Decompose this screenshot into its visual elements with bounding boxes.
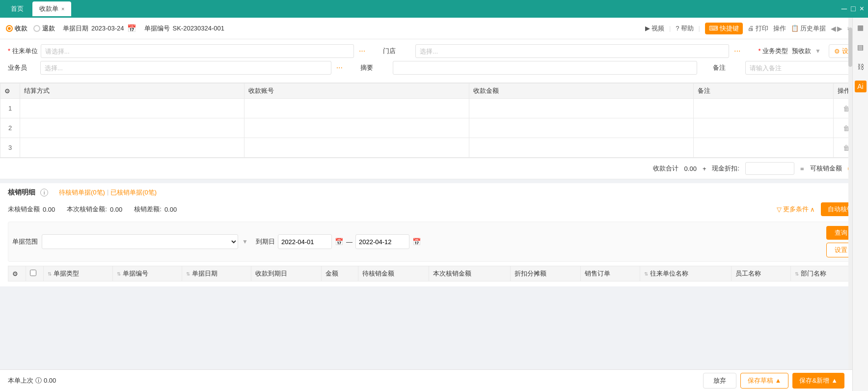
save-draft-arrow-icon: ▲: [775, 377, 782, 384]
settings-gear-icon: ⚙: [834, 48, 840, 55]
bottom-th-pending: 待核销金额: [358, 266, 429, 281]
scroll-track[interactable]: [848, 18, 852, 369]
settle-method-2[interactable]: [20, 118, 244, 138]
sidebar-link-icon[interactable]: ⛓: [855, 61, 867, 73]
account-no-2[interactable]: [244, 118, 469, 138]
account-no-1[interactable]: [244, 99, 469, 118]
th-amount: 收款金额: [469, 84, 693, 99]
remarks-input[interactable]: [745, 61, 860, 75]
minimize-icon[interactable]: ─: [841, 4, 847, 13]
filter-icon: ▽: [777, 206, 782, 213]
reconcile-section: 核销明细 i 待核销单据(0笔) | 已核销单据(0笔) 未核销金额 0.00 …: [0, 183, 868, 286]
salesperson-label: 业务员: [8, 63, 37, 72]
salesperson-more-btn[interactable]: ···: [334, 63, 345, 72]
reconcile-info-icon[interactable]: i: [40, 189, 48, 196]
bottom-info: 本单上次 ⓘ 0.00: [8, 376, 56, 385]
pending-tab[interactable]: 待核销单据(0笔): [59, 188, 105, 197]
nav-next-icon[interactable]: ▶: [837, 25, 842, 32]
tab-close-icon[interactable]: ×: [61, 6, 64, 12]
more-conditions-btn[interactable]: ▽ 更多条件 ∧: [777, 205, 815, 214]
save-new-btn[interactable]: 保存&新增 ▲: [792, 373, 844, 389]
summary-label: 摘要: [360, 63, 390, 72]
bottom-th-counterpart: ⇅ 往来单位名称: [640, 266, 731, 281]
table-row: 1 🗑 ⊞: [0, 99, 868, 118]
select-all-checkbox[interactable]: [30, 270, 36, 276]
nav-prev-icon[interactable]: ◀: [831, 25, 836, 32]
date-to-input[interactable]: [355, 234, 409, 249]
run-info-icon[interactable]: ⓘ: [35, 376, 42, 385]
salesperson-input[interactable]: [40, 61, 331, 75]
bill-no-field: 单据编号 SK-20230324-001: [144, 24, 225, 33]
tab-receipt[interactable]: 收款单 ×: [32, 1, 71, 16]
store-input[interactable]: [415, 44, 729, 58]
bottom-th-sales-order: 销售订单: [581, 266, 640, 281]
equals-sign: =: [800, 165, 804, 172]
sidebar-ai-icon[interactable]: Ai: [855, 81, 867, 92]
counterpart-more-btn[interactable]: ···: [357, 47, 367, 56]
history-icon: 📋: [791, 25, 799, 32]
remarks-3[interactable]: [693, 138, 833, 158]
summary-input[interactable]: [393, 61, 697, 75]
bill-date-value: 2023-03-24: [91, 25, 124, 32]
table-settings-col[interactable]: ⚙: [0, 84, 20, 99]
amount-1[interactable]: [469, 99, 693, 118]
account-no-3[interactable]: [244, 138, 469, 158]
video-btn[interactable]: ▶ 视频: [645, 24, 664, 33]
print-btn[interactable]: 🖨 打印: [748, 24, 768, 33]
this-check-value: 0.00: [110, 206, 122, 213]
store-field: 门店 ···: [383, 44, 742, 58]
abandon-btn[interactable]: 放弃: [703, 373, 736, 389]
done-tab[interactable]: 已核销单据(0笔): [110, 188, 157, 197]
receipt-table-section: ⚙ 结算方式 收款账号 收款金额 备注 操作 1: [0, 83, 868, 158]
bottom-th-bill-no: ⇅ 单据编号: [112, 266, 182, 281]
counterpart-input[interactable]: [41, 44, 354, 58]
th-settle-method: 结算方式: [20, 84, 244, 99]
bottom-th-gear[interactable]: ⚙: [8, 266, 26, 281]
amount-2[interactable]: [469, 118, 693, 138]
radio-receipt[interactable]: 收款: [6, 24, 27, 33]
table-row: 3 🗑 ⊞: [0, 138, 868, 158]
history-btn[interactable]: 📋 历史单据: [791, 24, 826, 33]
plus-sign: +: [703, 165, 706, 172]
settle-method-1[interactable]: [20, 99, 244, 118]
right-sidebar: ▦ ▤ ⛓ Ai: [852, 18, 868, 391]
cal-from-icon[interactable]: 📅: [335, 238, 343, 246]
close-icon[interactable]: ×: [860, 4, 864, 13]
form-section: 往来单位 ··· 门店 ··· 业务类型 预收款 ▼ ⚙ 设置 业务员 ···: [0, 39, 868, 83]
unchecked-label: 未核销金额: [8, 205, 40, 214]
discount-input[interactable]: [745, 162, 794, 175]
biz-type-field: 业务类型 预收款 ▼: [758, 47, 821, 56]
tab-home[interactable]: 首页: [4, 1, 30, 16]
settle-method-3[interactable]: [20, 138, 244, 158]
bottom-th-this-amount: 本次核销金额: [429, 266, 510, 281]
counterpart-label: 往来单位: [8, 47, 38, 56]
radio-refund[interactable]: 退款: [33, 24, 55, 33]
help-icon: ?: [676, 25, 679, 32]
diff-value: 0.00: [164, 206, 177, 213]
maximize-icon[interactable]: □: [851, 4, 856, 13]
shortcut-btn[interactable]: ⌨ 快捷键: [705, 23, 743, 34]
sidebar-table-icon[interactable]: ▦: [855, 22, 867, 33]
bill-date-calendar-icon[interactable]: 📅: [127, 24, 136, 33]
range-select[interactable]: [42, 234, 238, 249]
store-more-btn[interactable]: ···: [732, 47, 742, 56]
biz-type-dropdown-icon[interactable]: ▼: [815, 48, 821, 55]
run-info-label: 本单上次: [8, 376, 33, 385]
sidebar-form-icon[interactable]: ▤: [855, 41, 867, 53]
date-from-input[interactable]: [278, 234, 332, 249]
biz-type-label: 业务类型: [758, 47, 788, 56]
remarks-2[interactable]: [693, 118, 833, 138]
salesperson-field: 业务员 ···: [8, 61, 345, 75]
bottom-th-checkbox[interactable]: [26, 266, 44, 281]
top-toolbar: 收款 退款 单据日期 2023-03-24 📅 单据编号 SK-20230324…: [0, 18, 868, 39]
save-draft-btn[interactable]: 保存草稿 ▲: [740, 373, 789, 389]
help-btn[interactable]: ? 帮助: [676, 24, 693, 33]
cal-to-icon[interactable]: 📅: [412, 238, 421, 246]
nav-arrows: ◀ ▶: [831, 25, 842, 32]
diff-stat: 核销差额: 0.00: [134, 205, 177, 214]
operation-btn[interactable]: 操作: [773, 24, 786, 33]
scroll-thumb[interactable]: [848, 28, 852, 67]
range-dropdown-icon[interactable]: ▼: [242, 238, 248, 245]
amount-3[interactable]: [469, 138, 693, 158]
remarks-1[interactable]: [693, 99, 833, 118]
